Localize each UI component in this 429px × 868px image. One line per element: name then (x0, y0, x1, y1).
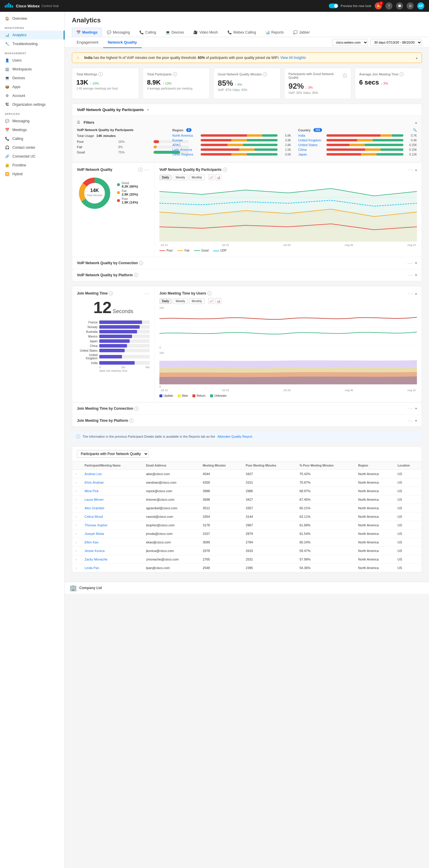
help-icon[interactable]: ? (386, 2, 393, 9)
jmt-users-more[interactable]: ··· (408, 291, 413, 296)
chart-line-icon[interactable]: 📈 (208, 174, 214, 180)
region-row-4[interactable]: Other Regions 0.5K (172, 153, 291, 156)
country-row-2[interactable]: United States 0.25K (298, 143, 417, 147)
notification-icon[interactable]: 🔔 3 (375, 2, 382, 9)
country-row-1[interactable]: United Kingdom 0.4K (298, 138, 417, 142)
tab-devices[interactable]: 💻 Devices (161, 28, 189, 37)
expand-btn[interactable]: › (76, 524, 76, 527)
participant-name[interactable]: Mina Pick (85, 489, 99, 493)
sidebar-item-apps[interactable]: 📦 Apps (0, 83, 64, 91)
sidebar-item-messaging[interactable]: 💬 Messaging (0, 117, 64, 125)
collapse-filters-icon[interactable] (415, 121, 417, 125)
participant-name[interactable]: Alex Grambel (85, 506, 104, 510)
sidebar-item-analytics[interactable]: 📊 Analytics (0, 31, 64, 39)
participant-name[interactable]: Jessie Konica (85, 549, 104, 553)
country-search-icon[interactable]: 🔍 (413, 128, 417, 132)
sidebar-item-troubleshooting[interactable]: 🔧 Troubleshooting (0, 39, 64, 48)
voip-platform-row[interactable]: VoIP Network Quality by Platform i ··· (72, 269, 422, 281)
participant-name[interactable]: Thomas Sopher (85, 523, 108, 527)
jmt-connection-info[interactable]: i (134, 406, 139, 411)
line-collapse-btn[interactable] (415, 167, 417, 172)
jmt-platform-more[interactable]: ··· (407, 418, 413, 423)
sidebar-item-connected-uc[interactable]: 🔗 Connected UC (0, 152, 64, 161)
date-range-filter[interactable]: 30 days 07/13/20 - 08/15/20 (370, 39, 422, 46)
info-icon-4[interactable]: i (400, 72, 404, 76)
chart-tab-weekly[interactable]: Weekly (173, 175, 188, 180)
chat-icon[interactable]: 💬 (396, 2, 403, 9)
sidebar-item-users[interactable]: 👤 Users (0, 56, 64, 65)
jmt-tab-daily[interactable]: Daily (159, 298, 172, 304)
sub-tab-network-quality[interactable]: Network Quality (103, 37, 142, 48)
jmt-connection-more[interactable]: ··· (407, 406, 413, 411)
participant-name[interactable]: Andrew Lee (85, 472, 102, 476)
sub-tab-engagement[interactable]: Engagement (72, 37, 103, 48)
view-insights-link[interactable]: View All Insights (280, 56, 306, 60)
jmt-connection-expand[interactable] (415, 406, 417, 411)
voip-platform-expand[interactable] (415, 273, 417, 277)
chart-bar-icon[interactable]: 📊 (215, 174, 221, 180)
jmt-platform-expand[interactable] (415, 418, 417, 423)
jmt-connection-row[interactable]: Join Meeting Time by Connection i ··· (72, 402, 422, 414)
line-more-opts[interactable]: ··· (408, 167, 413, 172)
expand-btn[interactable]: › (76, 490, 76, 493)
expand-btn[interactable]: › (76, 541, 76, 544)
jmt-line-icon[interactable]: 📈 (208, 298, 214, 304)
expand-btn[interactable]: › (76, 515, 76, 518)
tab-messaging[interactable]: 💬 Messaging (102, 28, 134, 37)
participant-name[interactable]: Celica Wood (85, 515, 103, 518)
participant-name[interactable]: Linda Pan (85, 566, 99, 570)
jmt-tab-weekly[interactable]: Weekly (173, 298, 188, 304)
tab-jabber[interactable]: 💭 Jabber (289, 28, 314, 37)
country-row-0[interactable]: India 0.7K (298, 134, 417, 137)
avatar[interactable]: AP (417, 2, 424, 9)
region-row-3[interactable]: Latin America 1.5K (172, 148, 291, 151)
info-icon-2[interactable]: i (263, 72, 267, 76)
sidebar-item-calling[interactable]: 📞 Calling (0, 134, 64, 143)
sidebar-item-devices[interactable]: 💻 Devices (0, 74, 64, 83)
voip-platform-more[interactable]: ··· (407, 273, 413, 277)
voip-connection-more[interactable]: ··· (407, 261, 413, 266)
sidebar-item-overview[interactable]: 🏠 Overview (0, 14, 64, 23)
expand-btn[interactable]: › (76, 532, 76, 535)
jmt-info[interactable]: i (109, 291, 113, 296)
expand-btn[interactable]: › (76, 566, 76, 570)
chart-tab-monthly[interactable]: Monthly (189, 175, 205, 180)
donut-more-opts[interactable]: ··· (144, 167, 150, 172)
tab-calling[interactable]: 📞 Calling (135, 28, 161, 37)
tab-webex-calling[interactable]: 📞 Webex Calling (223, 28, 261, 37)
sidebar-item-account[interactable]: ⚙ Account (0, 91, 64, 100)
participant-name[interactable]: Zacky Monache (85, 558, 108, 561)
poor-quality-select[interactable]: Participants with Poor Network Quality (77, 450, 149, 458)
expand-btn[interactable]: › (76, 558, 76, 561)
jmt-platform-row[interactable]: Join Meeting Time by Platform i ··· (72, 414, 422, 427)
voip-connection-info[interactable]: i (139, 261, 143, 265)
tab-video-mesh[interactable]: 🎥 Video Mesh (189, 28, 222, 37)
preview-toggle[interactable]: Preview the new look (329, 3, 371, 8)
collapse-alert-icon[interactable] (416, 56, 418, 60)
grid-icon[interactable]: ⚙ (407, 2, 414, 9)
sidebar-item-contact-center[interactable]: 🎧 Contact center (0, 143, 64, 152)
info-icon-0[interactable]: i (98, 72, 102, 76)
info-icon-3[interactable]: i (343, 74, 347, 78)
line-chart-info[interactable]: i (223, 167, 227, 172)
jmt-bar-icon[interactable]: 📊 (215, 298, 221, 304)
participant-name[interactable]: Laura Minner (85, 498, 104, 501)
country-row-4[interactable]: Japan 0.12K (298, 153, 417, 156)
jmt-by-users-info[interactable]: i (208, 291, 212, 296)
donut-info-icon[interactable]: i (139, 167, 143, 172)
chart-tab-daily[interactable]: Daily (159, 175, 172, 180)
voip-connection-row[interactable]: VoIP Network Quality by Connection i ··· (72, 257, 422, 269)
participant-name[interactable]: Ehric Andrian (85, 481, 104, 484)
expand-btn[interactable]: › (76, 481, 76, 484)
attendee-quality-link[interactable]: Attendee Quality Report. (217, 435, 253, 438)
toggle-switch[interactable] (329, 3, 338, 8)
expand-btn[interactable]: › (76, 472, 76, 476)
tab-meetings[interactable]: 📅 Meetings (72, 28, 102, 37)
expand-btn[interactable]: › (76, 549, 76, 553)
jmt-tab-monthly[interactable]: Monthly (189, 298, 205, 304)
sidebar-item-hybrid[interactable]: 🔀 Hybrid (0, 169, 64, 179)
tab-reports[interactable]: 📊 Reports (261, 28, 288, 37)
sidebar-item-meetings[interactable]: 📅 Meetings (0, 125, 64, 134)
jmt-platform-info[interactable]: i (129, 418, 133, 423)
participant-name[interactable]: Joseph Moda (85, 532, 104, 535)
